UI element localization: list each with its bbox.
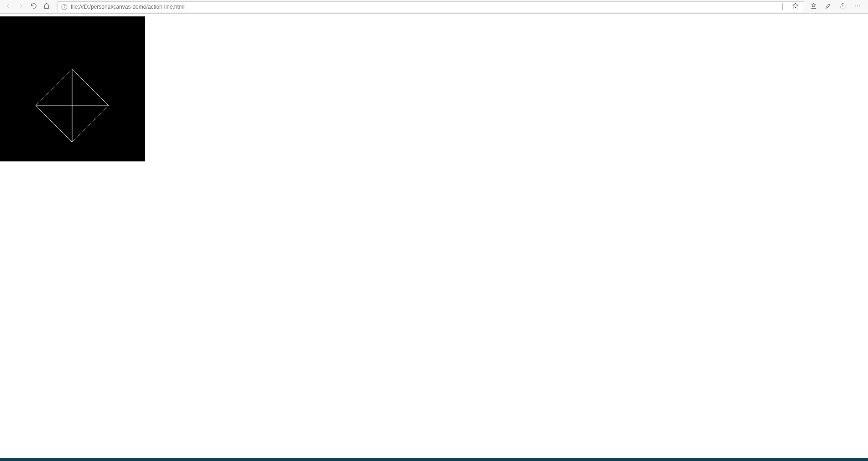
notes-button[interactable] <box>821 0 835 13</box>
favorite-star-button[interactable] <box>791 0 800 13</box>
site-info-icon[interactable] <box>61 3 68 10</box>
page-content <box>0 14 868 458</box>
svg-point-3 <box>857 5 858 6</box>
back-button[interactable] <box>2 0 15 13</box>
canvas-element <box>0 16 145 161</box>
favorites-list-button[interactable] <box>807 0 821 13</box>
reading-view-icon <box>782 4 783 10</box>
arrow-left-icon <box>5 2 12 11</box>
svg-point-4 <box>859 5 860 6</box>
toolbar-right-group <box>807 0 866 13</box>
svg-point-2 <box>855 5 856 6</box>
svg-point-1 <box>64 5 64 5</box>
forward-button[interactable] <box>15 0 27 13</box>
address-url: file:///D:/personal/canvas-demo/action-l… <box>71 4 778 10</box>
arrow-right-icon <box>17 2 25 11</box>
ellipsis-icon <box>854 2 861 11</box>
home-button[interactable] <box>40 0 53 13</box>
diamond-line-drawing <box>0 16 145 161</box>
favorites-list-icon <box>810 2 817 11</box>
address-bar[interactable]: file:///D:/personal/canvas-demo/action-l… <box>58 1 804 12</box>
more-button[interactable] <box>851 0 864 13</box>
share-button[interactable] <box>836 0 850 13</box>
refresh-button[interactable] <box>27 0 40 13</box>
browser-toolbar: file:///D:/personal/canvas-demo/action-l… <box>0 0 868 14</box>
taskbar-edge <box>0 458 868 461</box>
reading-view-button[interactable] <box>778 0 787 13</box>
share-icon <box>839 2 847 11</box>
star-icon <box>792 2 799 11</box>
home-icon <box>43 2 50 11</box>
pen-icon <box>825 2 832 11</box>
refresh-icon <box>30 2 37 11</box>
